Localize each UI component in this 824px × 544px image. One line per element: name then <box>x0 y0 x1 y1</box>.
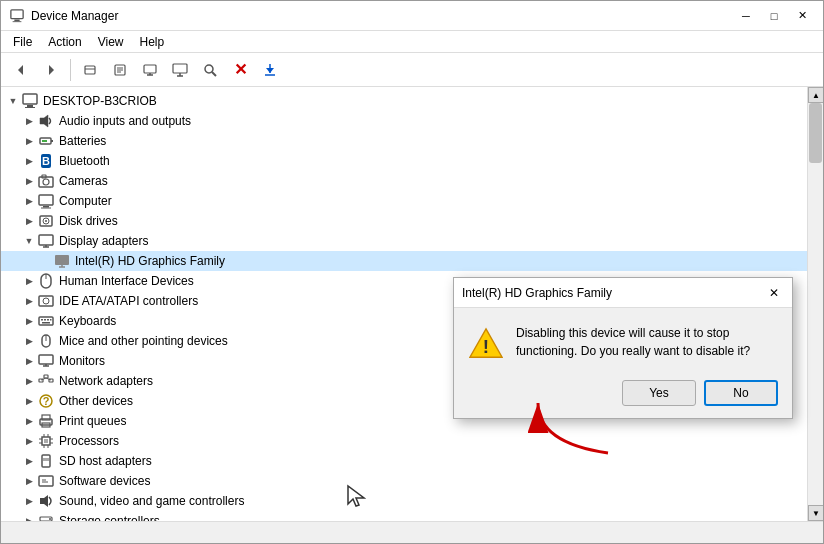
svg-rect-28 <box>42 140 47 142</box>
toolbar-sep-1 <box>70 59 71 81</box>
display-label: Display adapters <box>59 234 148 248</box>
processors-label: Processors <box>59 434 119 448</box>
disk-toggle[interactable]: ▶ <box>21 213 37 229</box>
svg-marker-88 <box>40 495 48 507</box>
intel-icon <box>53 252 71 270</box>
window-controls: ─ □ ✕ <box>733 6 815 26</box>
svg-text:?: ? <box>43 395 50 407</box>
tree-item-intel-graphics[interactable]: Intel(R) HD Graphics Family <box>1 251 807 271</box>
dialog-close-button[interactable]: ✕ <box>764 283 784 303</box>
tree-root[interactable]: ▼ DESKTOP-B3CRIOB <box>1 91 807 111</box>
software-toggle[interactable]: ▶ <box>21 473 37 489</box>
menu-file[interactable]: File <box>5 33 40 51</box>
audio-toggle[interactable]: ▶ <box>21 113 37 129</box>
other-toggle[interactable]: ▶ <box>21 393 37 409</box>
display-icon <box>37 232 55 250</box>
display-toggle[interactable]: ▼ <box>21 233 37 249</box>
menu-action[interactable]: Action <box>40 33 89 51</box>
computer-toggle[interactable]: ▶ <box>21 193 37 209</box>
tree-item-display[interactable]: ▼ Display adapters <box>1 231 807 251</box>
svg-marker-3 <box>18 65 23 75</box>
monitors-toggle[interactable]: ▶ <box>21 353 37 369</box>
monitors-label: Monitors <box>59 354 105 368</box>
storage-toggle[interactable]: ▶ <box>21 513 37 521</box>
svg-rect-43 <box>55 255 69 265</box>
menu-help[interactable]: Help <box>132 33 173 51</box>
scrollbar-track[interactable] <box>808 103 823 505</box>
svg-rect-51 <box>41 319 43 321</box>
intel-label: Intel(R) HD Graphics Family <box>75 254 225 268</box>
ide-toggle[interactable]: ▶ <box>21 293 37 309</box>
hid-toggle[interactable]: ▶ <box>21 273 37 289</box>
update-driver-button[interactable] <box>136 57 164 83</box>
sd-toggle[interactable]: ▶ <box>21 453 37 469</box>
batteries-toggle[interactable]: ▶ <box>21 133 37 149</box>
svg-rect-34 <box>39 195 53 205</box>
tree-item-disk[interactable]: ▶ Disk drives <box>1 211 807 231</box>
svg-text:!: ! <box>483 336 489 357</box>
close-button[interactable]: ✕ <box>789 6 815 26</box>
cameras-toggle[interactable]: ▶ <box>21 173 37 189</box>
tree-item-batteries[interactable]: ▶ Batteries <box>1 131 807 151</box>
tree-item-bluetooth[interactable]: ▶ B Bluetooth <box>1 151 807 171</box>
tree-item-sound[interactable]: ▶ Sound, video and game controllers <box>1 491 807 511</box>
keyboards-icon <box>37 312 55 330</box>
svg-rect-55 <box>42 322 50 324</box>
tree-item-storage[interactable]: ▶ Storage controllers <box>1 511 807 521</box>
ide-label: IDE ATA/ATAPI controllers <box>59 294 198 308</box>
batteries-label: Batteries <box>59 134 106 148</box>
scrollbar[interactable]: ▲ ▼ <box>807 87 823 521</box>
scrollbar-thumb[interactable] <box>809 103 822 163</box>
root-label: DESKTOP-B3CRIOB <box>43 94 157 108</box>
svg-point-91 <box>49 518 51 520</box>
maximize-button[interactable]: □ <box>761 6 787 26</box>
software-label: Software devices <box>59 474 150 488</box>
scroll-down-button[interactable]: ▼ <box>808 505 823 521</box>
audio-icon <box>37 112 55 130</box>
tree-item-cameras[interactable]: ▶ Cameras <box>1 171 807 191</box>
storage-icon <box>37 512 55 521</box>
tree-item-audio[interactable]: ▶ Audio inputs and outputs <box>1 111 807 131</box>
svg-rect-53 <box>47 319 49 321</box>
back-button[interactable] <box>7 57 35 83</box>
tree-item-processors[interactable]: ▶ Processors <box>1 431 807 451</box>
window-title: Device Manager <box>31 9 733 23</box>
audio-label: Audio inputs and outputs <box>59 114 191 128</box>
menu-view[interactable]: View <box>90 33 132 51</box>
root-toggle[interactable]: ▼ <box>5 93 21 109</box>
properties-button[interactable] <box>106 57 134 83</box>
sound-icon <box>37 492 55 510</box>
scan-button[interactable] <box>196 57 224 83</box>
minimize-button[interactable]: ─ <box>733 6 759 26</box>
download-button[interactable] <box>256 57 284 83</box>
monitor-button[interactable] <box>166 57 194 83</box>
scroll-up-button[interactable]: ▲ <box>808 87 823 103</box>
forward-button[interactable] <box>37 57 65 83</box>
bluetooth-icon: B <box>37 152 55 170</box>
sound-toggle[interactable]: ▶ <box>21 493 37 509</box>
disable-device-dialog: Intel(R) HD Graphics Family ✕ ! Disablin… <box>453 277 793 419</box>
remove-button[interactable]: ✕ <box>226 57 254 83</box>
other-label: Other devices <box>59 394 133 408</box>
bluetooth-toggle[interactable]: ▶ <box>21 153 37 169</box>
network-toggle[interactable]: ▶ <box>21 373 37 389</box>
processors-icon <box>37 432 55 450</box>
no-button[interactable]: No <box>704 380 778 406</box>
keyboards-toggle[interactable]: ▶ <box>21 313 37 329</box>
svg-rect-23 <box>27 105 33 107</box>
hid-label: Human Interface Devices <box>59 274 194 288</box>
monitors-icon <box>37 352 55 370</box>
tree-item-computer[interactable]: ▶ Computer <box>1 191 807 211</box>
keyboards-label: Keyboards <box>59 314 116 328</box>
show-hidden-button[interactable] <box>76 57 104 83</box>
svg-rect-58 <box>39 355 53 364</box>
print-toggle[interactable]: ▶ <box>21 413 37 429</box>
tree-item-software[interactable]: ▶ Software devices <box>1 471 807 491</box>
computer-device-icon <box>37 192 55 210</box>
svg-text:B: B <box>42 155 50 167</box>
mice-toggle[interactable]: ▶ <box>21 333 37 349</box>
tree-item-sd[interactable]: ▶ SD host adapters <box>1 451 807 471</box>
yes-button[interactable]: Yes <box>622 380 696 406</box>
content-area: ▼ DESKTOP-B3CRIOB ▶ <box>1 87 823 521</box>
processors-toggle[interactable]: ▶ <box>21 433 37 449</box>
